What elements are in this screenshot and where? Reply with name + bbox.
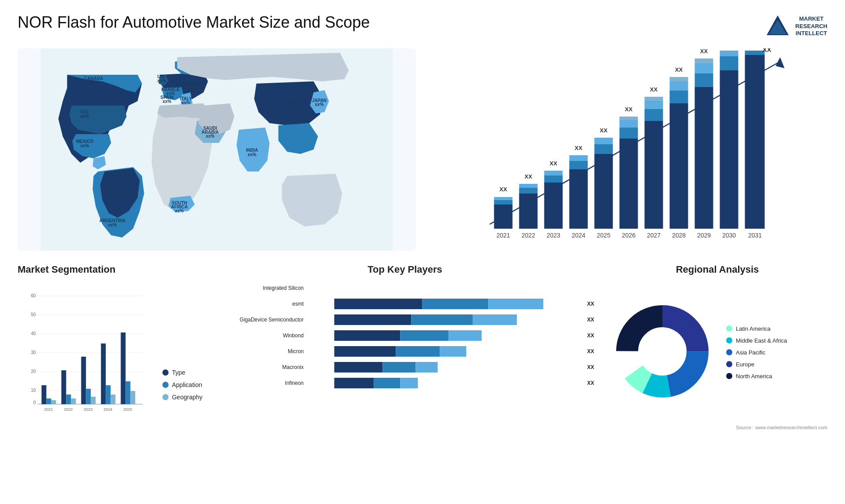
svg-rect-87 [720,56,738,70]
player-bar-esmt [308,298,580,310]
growth-chart-section: 2021 XX 2022 XX 2023 XX 2024 XX 2025 [429,48,827,251]
svg-rect-77 [670,77,688,81]
svg-text:XX: XX [700,48,708,55]
segmentation-chart: 60 50 40 30 20 10 0 [18,291,154,414]
svg-rect-132 [411,314,473,325]
svg-text:xx%: xx% [157,78,166,83]
svg-text:xx%: xx% [80,114,89,119]
regional-section: Regional Analysis [607,264,827,440]
player-value-gigadevice: XX [587,317,594,323]
svg-rect-43 [519,188,538,194]
player-name-infineon: Infineon [224,380,304,386]
svg-text:2024: 2024 [572,232,585,239]
regional-legend-north-america: North America [726,373,787,380]
svg-rect-117 [86,389,91,404]
segmentation-title: Market Segmentation [18,264,202,275]
regional-legend-europe: Europe [726,361,787,368]
svg-text:2024: 2024 [103,407,112,412]
page-title: NOR Flash for Automotive Market Size and… [18,13,370,32]
svg-rect-138 [396,346,440,357]
svg-rect-133 [473,314,517,325]
player-bar-integrated-silicon [308,282,594,294]
svg-rect-75 [670,91,688,103]
player-name-micron: Micron [224,348,304,354]
player-value-micron: XX [587,348,594,354]
top-section: CANADA xx% U.S. xx% MEXICO xx% BRAZIL xx… [18,48,827,251]
svg-rect-47 [544,183,563,229]
svg-rect-121 [106,385,110,404]
legend-dot-type [162,369,169,376]
legend-geography: Geography [162,394,202,401]
player-name-integrated-silicon: Integrated Silicon [224,285,304,291]
svg-text:xx%: xx% [285,104,294,109]
logo-icon [764,13,791,40]
svg-text:2029: 2029 [697,232,711,239]
svg-text:2021: 2021 [44,407,53,412]
segmentation-chart-container: 60 50 40 30 20 10 0 [18,282,202,414]
legend-application: Application [162,381,202,388]
player-bar-micron [308,345,580,358]
svg-text:2023: 2023 [547,232,560,239]
regional-label-asia-pacific: Asia Pacific [736,349,765,356]
regional-legend-middle-east-africa: Middle East & Africa [726,337,787,344]
regional-label-middle-east-africa: Middle East & Africa [736,337,787,344]
gigadevice-bar-svg [308,314,580,326]
svg-rect-136 [448,330,481,341]
svg-text:XX: XX [600,127,608,134]
svg-rect-81 [695,73,713,87]
svg-text:xx%: xx% [247,152,256,157]
svg-text:xx%: xx% [80,143,89,148]
svg-rect-116 [81,357,86,404]
player-name-winbond: Winbond [224,332,304,339]
svg-rect-120 [101,343,106,404]
svg-rect-141 [382,362,415,373]
legend-type-label: Type [172,369,185,376]
svg-rect-140 [334,362,382,373]
svg-rect-63 [620,128,638,139]
svg-text:xx%: xx% [89,80,98,85]
header: NOR Flash for Automotive Market Size and… [18,13,827,40]
player-bar-macronix [308,361,580,373]
svg-text:10: 10 [31,388,36,393]
donut-chart [607,296,717,406]
svg-rect-65 [620,117,638,120]
regional-label-north-america: North America [736,373,772,380]
svg-text:2027: 2027 [647,232,661,239]
svg-text:2023: 2023 [84,407,92,412]
svg-rect-42 [519,194,538,229]
svg-text:30: 30 [31,350,36,355]
player-winbond: Winbond XX [224,329,594,342]
svg-rect-129 [422,299,488,309]
svg-rect-130 [488,299,543,309]
svg-rect-118 [91,397,96,404]
regional-legend-latin-america: Latin America [726,325,787,332]
svg-text:2022: 2022 [522,232,535,239]
svg-text:60: 60 [31,293,36,298]
legend-geography-label: Geography [172,394,202,401]
svg-rect-124 [121,332,125,404]
svg-rect-82 [695,63,713,73]
logo-text: MARKETRESEARCHINTELLECT [795,15,827,38]
player-macronix: Macronix XX [224,361,594,373]
svg-rect-112 [61,370,66,404]
svg-rect-49 [544,171,563,175]
svg-text:xx%: xx% [206,134,214,139]
regional-legend: Latin America Middle East & Africa Asia … [726,325,787,380]
svg-rect-58 [595,144,613,154]
player-integrated-silicon: Integrated Silicon [224,282,594,294]
macronix-bar-svg [308,361,580,373]
svg-rect-135 [400,330,448,341]
key-players-title: Top Key Players [216,264,594,275]
growth-bar-chart: 2021 XX 2022 XX 2023 XX 2024 XX 2025 [429,48,827,251]
legend-application-label: Application [172,381,202,388]
svg-rect-68 [645,121,663,229]
source-text: Source : www.marketresearchintellect.com [607,425,827,430]
player-name-esmt: esmt [224,301,304,307]
svg-rect-90 [745,55,765,229]
svg-rect-108 [41,385,46,404]
svg-rect-144 [374,378,400,388]
svg-rect-91 [745,51,765,55]
svg-text:40: 40 [31,331,36,336]
svg-rect-126 [130,391,135,404]
svg-rect-134 [334,330,400,341]
